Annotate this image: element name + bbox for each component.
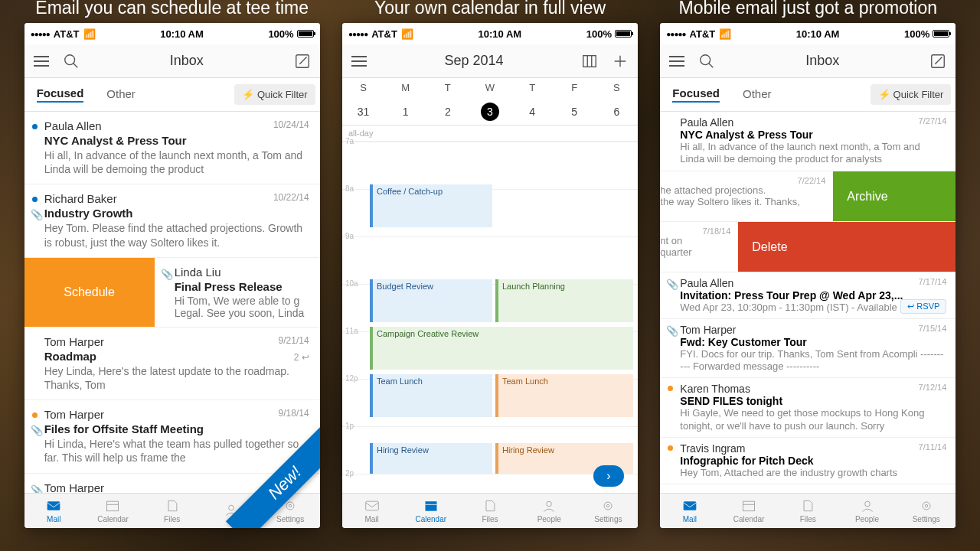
weekday-label: T <box>511 78 554 98</box>
calendar-event[interactable]: Launch Planning <box>495 279 633 322</box>
message-item-partial[interactable]: nt on quarter 7/18/14 <box>660 222 956 272</box>
headline-3: Mobile email just got a promotion <box>679 0 938 23</box>
search-icon[interactable] <box>63 53 80 70</box>
message-item[interactable]: 📎 Paula Allen Invitation: Press Tour Pre… <box>660 272 956 319</box>
attachment-icon: 📎 <box>31 209 43 220</box>
calendar-date[interactable]: 5 <box>554 98 596 125</box>
tab-settings[interactable]: Settings <box>897 494 956 528</box>
phone-inbox-schedule: ●●●●●AT&T📶 10:10 AM 100% Inbox Focused O… <box>24 23 320 528</box>
hour-label: 10a <box>345 279 358 288</box>
svg-rect-26 <box>743 501 755 511</box>
svg-line-3 <box>299 57 306 64</box>
compose-icon[interactable] <box>929 53 946 70</box>
hamburger-icon[interactable] <box>669 56 684 67</box>
svg-rect-16 <box>425 501 436 511</box>
calendar-event[interactable]: Campaign Creative Review <box>370 327 633 370</box>
calendar-grid[interactable]: 7a8a9a10a11a12p1p2pCoffee / Catch-upBudg… <box>342 142 638 493</box>
hour-label: 1p <box>345 422 354 430</box>
tab-other[interactable]: Other <box>106 87 136 102</box>
svg-point-18 <box>547 501 552 507</box>
calendar-event[interactable]: Team Lunch <box>370 374 492 417</box>
tab-files[interactable]: Files <box>142 494 201 528</box>
tab-focused[interactable]: Focused <box>672 86 720 103</box>
tab-calendar[interactable]: Calendar <box>83 494 142 528</box>
swipe-stack[interactable]: Archive Delete he attached projections. … <box>660 171 956 272</box>
attachment-icon: 📎 <box>31 484 43 494</box>
quick-filter-button[interactable]: ⚡ Quick Filter <box>234 84 315 105</box>
calendar-date[interactable]: 1 <box>384 98 426 125</box>
next-day-button[interactable]: › <box>593 465 624 487</box>
hour-label: 2p <box>345 469 354 478</box>
tab-people[interactable]: People <box>838 494 897 528</box>
calendar-date[interactable]: 6 <box>596 98 638 125</box>
message-item[interactable]: Travis Ingram Infographic for Pitch Deck… <box>660 438 956 484</box>
message-item[interactable]: 📎 Tom Harper Fwd: Key Customer Tour FYI.… <box>660 319 956 379</box>
message-item-partial[interactable]: he attached projections. the way Soltero… <box>660 171 956 222</box>
calendar-event[interactable]: Budget Review <box>370 279 492 322</box>
tab-mail[interactable]: Mail <box>342 494 401 528</box>
tab-files[interactable]: Files <box>460 494 519 528</box>
svg-line-22 <box>709 63 714 67</box>
weekday-label: S <box>596 78 638 98</box>
tab-other[interactable]: Other <box>743 87 772 102</box>
compose-icon[interactable] <box>294 53 311 70</box>
headline-2: Your own calendar in full view <box>374 0 606 23</box>
tab-files[interactable]: Files <box>779 494 838 528</box>
calendar-date[interactable]: 4 <box>511 98 554 125</box>
calendar-date[interactable]: 2 <box>426 98 469 125</box>
message-swipe-schedule[interactable]: Schedule 📎 Linda Liu Final Press Release… <box>24 258 320 328</box>
calendar-event[interactable]: Coffee / Catch-up <box>370 184 492 227</box>
tab-mail[interactable]: Mail <box>660 494 719 528</box>
svg-point-19 <box>604 502 612 510</box>
message-item[interactable]: Paula Allen NYC Analyst & Press Tour Hi … <box>660 112 956 171</box>
svg-rect-25 <box>684 501 697 510</box>
calendar-event[interactable]: Team Lunch <box>495 374 633 417</box>
svg-line-1 <box>73 63 77 67</box>
tab-calendar[interactable]: Calendar <box>720 494 779 528</box>
calendar-date[interactable]: 31 <box>342 98 384 125</box>
layout-toggle-icon[interactable] <box>581 53 598 70</box>
tab-people[interactable]: People <box>520 494 579 528</box>
message-list: Paula Allen NYC Analyst & Press Tour Hi … <box>660 112 956 493</box>
svg-rect-5 <box>107 501 119 511</box>
tab-mail[interactable]: Mail <box>24 494 83 528</box>
hamburger-icon[interactable] <box>351 56 367 67</box>
rsvp-button[interactable]: ↩ RSVP <box>900 299 946 314</box>
weekday-label: F <box>554 78 596 98</box>
search-icon[interactable] <box>698 53 715 70</box>
add-event-icon[interactable] <box>612 53 629 70</box>
tab-focused[interactable]: Focused <box>37 86 84 103</box>
svg-point-0 <box>64 54 74 64</box>
message-item[interactable]: 📎 Richard Baker Industry Growth Hey Tom.… <box>24 184 320 257</box>
message-item[interactable]: 📎 Tom Harper Files for Offsite Staff Mee… <box>24 400 320 473</box>
attachment-icon: 📎 <box>31 425 43 436</box>
unread-dot-icon <box>32 197 38 202</box>
calendar-date[interactable]: 3 <box>469 98 511 125</box>
svg-line-24 <box>936 57 942 64</box>
quick-filter-button[interactable]: ⚡ Quick Filter <box>871 84 952 105</box>
status-bar: ●●●●●AT&T📶 10:10 AM 100% <box>342 23 638 44</box>
svg-point-28 <box>864 501 870 507</box>
hour-label: 9a <box>345 232 354 240</box>
flag-dot-icon <box>668 445 673 451</box>
calendar-event[interactable]: Hiring Review <box>370 443 492 474</box>
attachment-icon: 📎 <box>666 279 678 290</box>
attachment-icon: 📎 <box>666 325 678 337</box>
weekday-label: W <box>469 78 511 98</box>
svg-rect-15 <box>365 501 378 510</box>
tab-bar: Mail Calendar Files People Settings <box>660 493 956 528</box>
flag-dot-icon <box>32 412 38 418</box>
svg-point-8 <box>286 502 294 510</box>
message-item[interactable]: Tom Harper Roadmap Hey Linda, Here's the… <box>24 328 320 400</box>
message-item[interactable]: Karen Thomas SEND FILES tonight Hi Gayle… <box>660 378 956 438</box>
svg-point-30 <box>925 504 927 507</box>
attachment-icon: 📎 <box>161 269 173 280</box>
tab-settings[interactable]: Settings <box>579 494 638 528</box>
message-item[interactable]: Paula Allen NYC Analyst & Press Tour Hi … <box>24 112 320 184</box>
schedule-action[interactable]: Schedule <box>24 258 155 327</box>
tab-calendar[interactable]: Calendar <box>401 494 460 528</box>
message-list: Paula Allen NYC Analyst & Press Tour Hi … <box>24 112 320 493</box>
hamburger-icon[interactable] <box>34 56 49 67</box>
nav-bar: Sep 2014 <box>342 44 638 78</box>
nav-bar: Inbox <box>24 44 320 78</box>
